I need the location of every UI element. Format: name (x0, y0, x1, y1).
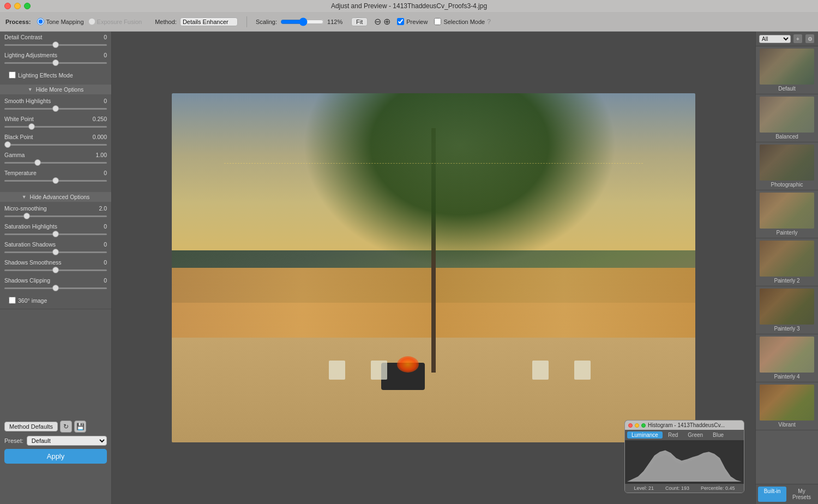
help-icon[interactable]: ? (487, 18, 491, 26)
preset-select[interactable]: Default (27, 436, 107, 446)
black-point-label: Black Point (4, 134, 33, 140)
scaling-value: 112% (327, 19, 345, 25)
smooth-highlights-row: Smooth Highlights 0 (4, 98, 107, 112)
zoom-in-icon[interactable]: ⊕ (383, 16, 390, 27)
micro-smoothing-slider[interactable] (4, 215, 107, 217)
histogram-footer: Level: 21 Count: 193 Percentile: 0.45 (625, 484, 744, 493)
filter-select[interactable]: All (759, 35, 791, 43)
saturation-shadows-value: 0 (88, 241, 107, 248)
blue-tab[interactable]: Blue (708, 431, 728, 439)
preset-label-default: Default (778, 86, 796, 92)
hist-close[interactable] (628, 423, 633, 428)
saturation-shadows-slider[interactable] (4, 251, 107, 253)
histogram-tabs: Luminance Red Green Blue (625, 430, 744, 440)
zoom-out-icon[interactable]: ⊖ (374, 16, 381, 27)
reset-icon-button[interactable]: ↻ (60, 421, 72, 433)
close-button[interactable] (4, 3, 11, 9)
temperature-label: Temperature (4, 170, 37, 176)
hist-max[interactable] (641, 423, 646, 428)
right-panel: All + ⚙ Default Balanced Photographic (755, 32, 818, 504)
preview-check[interactable]: Preview (397, 18, 428, 25)
process-options: Tone Mapping Exposure Fusion (37, 18, 142, 25)
scaling-slider[interactable] (280, 17, 324, 26)
method-select[interactable]: Details Enhancer (180, 17, 238, 26)
temperature-slider[interactable] (4, 180, 107, 182)
count-text: Count: 193 (665, 485, 689, 491)
shadows-clipping-label: Shadows Clipping (4, 277, 50, 284)
gamma-value: 1.00 (88, 152, 107, 158)
temperature-value: 0 (88, 170, 107, 176)
method-defaults-button[interactable]: Method Defaults (4, 422, 58, 431)
green-tab[interactable]: Green (683, 431, 707, 439)
minimize-button[interactable] (14, 3, 21, 9)
my-presets-tab[interactable]: My Presets (787, 487, 816, 502)
built-in-tab[interactable]: Built-in (758, 487, 786, 502)
preset-label: Preset: (4, 437, 23, 444)
preset-thumb-balanced[interactable]: Balanced (756, 94, 818, 142)
smooth-highlights-slider[interactable] (4, 108, 107, 110)
hide-advanced-options-label: Hide Advanced Options (30, 194, 90, 200)
lighting-adjustments-row: Lighting Adjustments 0 (4, 52, 107, 67)
preset-thumb-photographic[interactable]: Photographic (756, 142, 818, 190)
title-bar: Adjust and Preview - 1413ThaddeusCv_Proo… (0, 0, 818, 12)
shadows-clipping-slider[interactable] (4, 287, 107, 289)
saturation-highlights-row: Saturation Highlights 0 (4, 223, 107, 238)
black-point-row: Black Point 0.000 (4, 134, 107, 148)
preset-thumb-img-painterly4 (760, 337, 814, 373)
image-area: Histogram - 1413ThaddeusCv... Luminance … (112, 32, 755, 504)
preset-thumb-painterly[interactable]: Painterly (756, 190, 818, 238)
preset-thumb-painterly2[interactable]: Painterly 2 (756, 238, 818, 286)
main-content: Detail Contrast 0 Lighting Adjustments 0 (0, 32, 818, 504)
slider-section-more: Smooth Highlights 0 White Point 0.250 (0, 95, 111, 190)
gamma-slider[interactable] (4, 162, 107, 164)
lighting-adjustments-slider[interactable] (4, 62, 107, 64)
histogram-title-bar: Histogram - 1413ThaddeusCv... (625, 421, 744, 430)
saturation-shadows-row: Saturation Shadows 0 (4, 241, 107, 256)
preset-thumb-img-painterly2 (760, 241, 814, 277)
selection-mode-checkbox[interactable] (434, 18, 441, 25)
degree-image-row[interactable]: 360° image (4, 295, 107, 305)
preset-thumb-painterly4[interactable]: Painterly 4 (756, 334, 818, 382)
add-preset-button[interactable]: + (793, 34, 803, 44)
toolbar: Process: Tone Mapping Exposure Fusion Me… (0, 12, 818, 32)
smooth-highlights-value: 0 (88, 98, 107, 104)
method-row: Method: Details Enhancer (155, 17, 238, 26)
detail-contrast-slider[interactable] (4, 44, 107, 46)
preset-thumb-painterly3[interactable]: Painterly 3 (756, 286, 818, 334)
white-point-row: White Point 0.250 (4, 116, 107, 130)
saturation-highlights-slider[interactable] (4, 233, 107, 235)
preset-thumb-img-balanced (760, 97, 814, 133)
preset-thumb-img-photographic (760, 145, 814, 181)
preview-checkbox[interactable] (397, 18, 404, 25)
maximize-button[interactable] (24, 3, 31, 9)
preset-label-painterly3: Painterly 3 (774, 326, 799, 332)
luminance-tab[interactable]: Luminance (627, 431, 663, 439)
hide-advanced-options-header[interactable]: ▼ Hide Advanced Options (0, 192, 111, 202)
saturation-shadows-label: Saturation Shadows (4, 241, 56, 248)
window-title: Adjust and Preview - 1413ThaddeusCv_Proo… (331, 2, 487, 10)
lighting-effects-checkbox[interactable] (9, 71, 16, 79)
shadows-smoothness-slider[interactable] (4, 269, 107, 271)
preset-thumb-default[interactable]: Default (756, 46, 818, 94)
tone-mapping-option[interactable]: Tone Mapping (37, 18, 83, 25)
hist-min[interactable] (635, 423, 639, 428)
hide-more-options-label: Hide More Options (36, 86, 84, 93)
main-image (172, 93, 695, 442)
hide-more-options-header[interactable]: ▼ Hide More Options (0, 85, 111, 94)
preset-label-balanced: Balanced (775, 134, 798, 140)
notes-textarea[interactable] (4, 467, 107, 500)
preset-thumb-vibrant[interactable]: Vibrant (756, 382, 818, 430)
export-icon-button[interactable]: 💾 (74, 421, 86, 433)
white-point-slider[interactable] (4, 126, 107, 128)
lighting-effects-mode-row[interactable]: Lighting Effects Mode (4, 70, 107, 80)
apply-button[interactable]: Apply (4, 449, 107, 464)
black-point-slider[interactable] (4, 144, 107, 146)
exposure-fusion-option[interactable]: Exposure Fusion (88, 18, 142, 25)
scaling-label: Scaling: (256, 19, 277, 25)
degree-image-checkbox[interactable] (9, 297, 16, 304)
degree-image-label: 360° image (18, 297, 47, 304)
shadows-smoothness-value: 0 (88, 259, 107, 266)
red-tab[interactable]: Red (664, 431, 682, 439)
fit-button[interactable]: Fit (351, 17, 368, 26)
settings-preset-button[interactable]: ⚙ (805, 34, 815, 44)
